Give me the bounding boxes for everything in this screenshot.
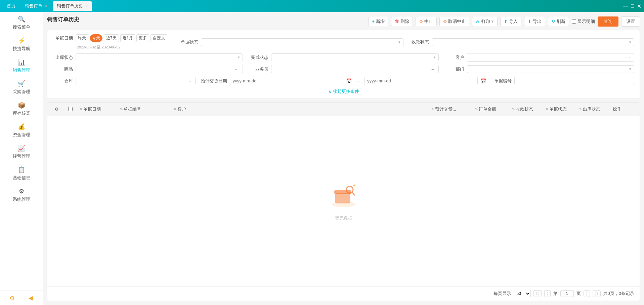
last-page-button[interactable]: ⟩⟩ (593, 290, 601, 297)
empty-text: 暂无数据 (335, 215, 352, 221)
th-order-no-label: 单据编号 (124, 106, 141, 112)
page-number-input[interactable] (560, 290, 574, 297)
sidebar-item-quick-nav[interactable]: ⚡ 快捷导航 (0, 34, 43, 55)
salesperson-field[interactable]: ··· (271, 65, 438, 73)
warehouse-field[interactable]: ··· (76, 77, 196, 85)
sidebar-item-system-mgmt[interactable]: ⚙ 系统管理 (0, 184, 43, 206)
salesperson-dots: ··· (429, 67, 436, 72)
th-op: 操作 (610, 106, 637, 112)
sidebar-item-search-menu[interactable]: 🔍 搜索菜单 (0, 12, 43, 34)
order-no-input[interactable] (514, 77, 634, 85)
th-amount[interactable]: ⇅ 订单金额 (472, 106, 509, 112)
complete-status-chevron: ▾ (434, 55, 436, 60)
out-status-select[interactable]: ▾ (76, 53, 243, 61)
tab-sales-order-history[interactable]: 销售订单历史 ✕ (53, 1, 92, 11)
cancel-stop-btn-label: 取消中止 (448, 18, 466, 25)
sidebar-item-sales-mgmt[interactable]: 📊 销售管理 (0, 55, 43, 77)
filter-row-2: 出库状态 ▾ 完成状态 ▾ 客户 ··· (53, 53, 634, 62)
th-date[interactable]: ⇅ 单据日期 (77, 106, 117, 112)
delivery-date-from-calendar[interactable]: 📅 (346, 78, 352, 84)
sidebar-collapse-icon[interactable]: ◀ (29, 294, 33, 302)
th-payment[interactable]: ⇅ 收款状态 (509, 106, 543, 112)
sidebar: 🔍 搜索菜单 ⚡ 快捷导航 📊 销售管理 🛒 采购管理 📦 库存核算 💰 资金管… (0, 12, 43, 305)
cancel-stop-button[interactable]: ⊘ 取消中止 (439, 17, 469, 26)
sidebar-settings-icon[interactable]: ⚙ (9, 294, 15, 302)
sidebar-item-system-mgmt-label: 系统管理 (13, 196, 30, 202)
first-page-button[interactable]: ⟨⟨ (533, 290, 542, 297)
th-payment-sort-icon: ⇅ (512, 107, 515, 111)
date-btn-1month[interactable]: 近1月 (120, 34, 135, 42)
pay-status-label: 收款状态 (409, 39, 429, 45)
next-page-button[interactable]: ⟩ (584, 290, 590, 297)
delivery-date-to[interactable] (364, 77, 478, 85)
export-button[interactable]: ⬇ 导出 (524, 17, 545, 26)
th-delivery[interactable]: ⇅ 预计交货... (429, 106, 472, 112)
sidebar-item-sales-mgmt-label: 销售管理 (13, 67, 30, 73)
toolbar: + 新增 🗑 删除 ⊘ 中止 ⊘ 取消中止 🖨 打印 (368, 16, 640, 27)
query-button[interactable]: 查询 (598, 16, 618, 27)
tab-sales-order[interactable]: 销售订单 ✕ (21, 1, 51, 11)
select-all-checkbox[interactable] (68, 107, 73, 111)
prev-page-button[interactable]: ⟨ (544, 290, 551, 297)
setting-button[interactable]: 设置 (621, 16, 640, 27)
th-date-label: 单据日期 (83, 106, 101, 112)
export-icon: ⬇ (528, 19, 531, 24)
search-menu-icon: 🔍 (18, 15, 25, 23)
date-btn-more[interactable]: 更多 (136, 34, 149, 42)
delivery-date-from[interactable] (230, 77, 343, 85)
th-out-status-label: 出库状态 (583, 106, 600, 112)
th-gear[interactable]: ⚙ (50, 107, 63, 112)
sales-order-tab-close[interactable]: ✕ (44, 4, 47, 8)
th-out-status[interactable]: ⇅ 出库状态 (576, 106, 610, 112)
complete-status-select[interactable]: ▾ (271, 53, 438, 61)
inventory-check-icon: 📦 (18, 102, 25, 109)
page-size-label: 每页显示 (493, 291, 511, 297)
th-client-sort-icon: ⇅ (174, 107, 176, 111)
stop-button[interactable]: ⊘ 中止 (416, 17, 437, 26)
th-order-no[interactable]: ⇅ 单据编号 (117, 106, 171, 112)
sales-order-history-tab-close[interactable]: ✕ (85, 4, 88, 8)
refresh-icon: ↻ (552, 19, 555, 24)
show-details-checkbox[interactable] (572, 19, 576, 24)
date-btn-7days[interactable]: 近7天 (104, 34, 119, 42)
delete-button[interactable]: 🗑 删除 (391, 17, 413, 26)
delivery-date-to-calendar[interactable]: 📅 (480, 78, 486, 84)
product-field[interactable]: ··· (76, 65, 243, 73)
gear-icon: ⚙ (55, 107, 59, 112)
print-button[interactable]: 🖨 打印 ▾ (472, 17, 498, 26)
th-out-status-sort-icon: ⇅ (579, 107, 582, 111)
sidebar-item-basic-info-label: 基础信息 (13, 175, 30, 181)
collapse-filter-row[interactable]: ∧ 收起更多条件 (53, 88, 634, 94)
sidebar-item-basic-info[interactable]: 📋 基础信息 (0, 163, 43, 184)
bill-status-select[interactable]: ▾ (201, 38, 403, 46)
minimize-icon[interactable]: — (623, 3, 628, 9)
sidebar-item-inventory-check[interactable]: 📦 库存核算 (0, 98, 43, 120)
sidebar-item-operations-mgmt[interactable]: 📈 经营管理 (0, 141, 43, 163)
th-client[interactable]: ⇅ 客户 (171, 106, 429, 112)
tab-home[interactable]: 首页 (3, 1, 19, 11)
maximize-icon[interactable]: □ (631, 3, 634, 9)
th-bill-status[interactable]: ⇅ 单据状态 (543, 106, 576, 112)
th-checkbox[interactable] (63, 107, 77, 111)
sidebar-item-finance-mgmt[interactable]: 💰 资金管理 (0, 120, 43, 141)
dept-select[interactable]: ▾ (467, 65, 634, 73)
import-btn-label: 导入 (509, 18, 518, 25)
cancel-stop-icon: ⊘ (443, 19, 447, 24)
close-icon[interactable]: ✕ (637, 3, 641, 9)
page-size-select[interactable]: 20 50 100 (514, 290, 531, 297)
show-details-label[interactable]: 显示明细 (572, 18, 595, 25)
date-btn-yesterday[interactable]: 昨天 (76, 34, 88, 42)
out-status-label: 出库状态 (53, 54, 73, 61)
pay-status-select[interactable]: ▾ (432, 38, 634, 46)
bill-status-chevron: ▾ (398, 40, 400, 44)
warehouse-dots: ··· (186, 78, 192, 83)
date-btn-today[interactable]: 今天 (90, 34, 102, 42)
date-btn-custom[interactable]: 自定义 (151, 34, 167, 42)
new-button[interactable]: + 新增 (368, 17, 388, 26)
refresh-button[interactable]: ↻ 刷新 (548, 17, 569, 26)
operations-mgmt-icon: 📈 (18, 145, 25, 152)
home-tab-label: 首页 (7, 3, 15, 9)
sidebar-item-purchase-mgmt[interactable]: 🛒 采购管理 (0, 77, 43, 98)
import-button[interactable]: ⬆ 导入 (500, 17, 521, 26)
customer-field[interactable]: ··· (467, 53, 634, 62)
